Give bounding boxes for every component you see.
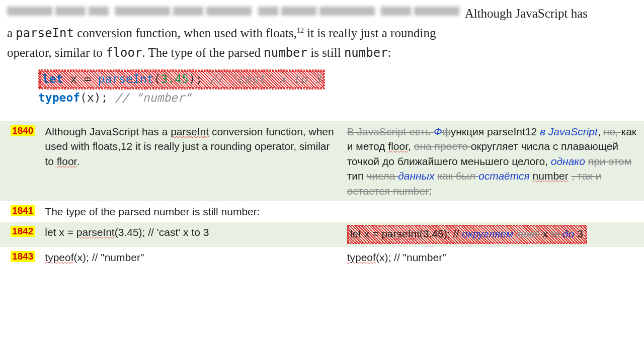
segment-id: 1843 — [11, 251, 35, 262]
spellcheck-word: floor — [57, 155, 77, 167]
prose-text: a — [7, 26, 16, 40]
spellcheck-word: floor — [388, 140, 408, 152]
deleted-text: при этом — [588, 155, 631, 167]
inserted-text: однако — [551, 155, 585, 167]
table-row[interactable]: 1840 Although JavaScript has a parseInt … — [0, 121, 644, 201]
translation-table: 1840 Although JavaScript has a parseInt … — [0, 121, 644, 268]
prose-text: is still — [307, 46, 344, 59]
deleted-text: как был — [437, 170, 478, 182]
source-cell[interactable]: The type of the parsed number is still n… — [40, 201, 342, 222]
inserted-text: остаётся — [478, 170, 530, 182]
target-cell[interactable]: let x = parseInt(3.45); // округляем 'ca… — [342, 222, 644, 246]
inline-code: number — [344, 46, 388, 60]
inline-code: number — [264, 46, 307, 60]
table-row[interactable]: 1841 The type of the parsed number is st… — [0, 201, 644, 222]
inserted-text: до — [562, 228, 574, 239]
redacted-line — [7, 4, 462, 16]
inserted-text: Ф — [434, 126, 442, 137]
prose-text: Although JavaScript has — [465, 7, 588, 20]
deleted-text: числа — [366, 170, 398, 182]
prose-text: . The type of the parsed — [142, 46, 264, 59]
code-block: let x = parseInt(3.45); // 'cast' x to 3… — [38, 69, 637, 106]
segment-id: 1842 — [11, 226, 35, 237]
target-cell[interactable]: typeof(x); // "number" — [342, 247, 644, 268]
source-cell[interactable]: typeof(x); // "number" — [40, 247, 342, 268]
target-cell[interactable] — [342, 201, 644, 222]
table-row[interactable]: 1842 let x = parseInt(3.45); // 'cast' x… — [0, 222, 644, 246]
spellcheck-word: parseInt — [76, 226, 115, 238]
prose-text: : — [388, 46, 391, 59]
segment-id: 1840 — [11, 125, 35, 136]
segment-id-cell: 1840 — [0, 121, 40, 201]
code-line: typeof(x); // "number" — [38, 90, 637, 106]
segment-id-cell: 1841 — [0, 201, 40, 222]
source-preview: Although JavaScript has a parseInt conve… — [0, 0, 644, 112]
prose-text: operator, similar to — [7, 46, 106, 59]
source-cell[interactable]: let x = parseInt(3.45); // 'cast' x to 3 — [40, 222, 342, 246]
prose-paragraph: Although JavaScript has a parseInt conve… — [7, 4, 637, 62]
source-cell[interactable]: Although JavaScript has a parseInt conve… — [40, 121, 342, 201]
spellcheck-word: parseInt — [381, 228, 420, 239]
highlighted-selection: let x = parseInt(3.45); // округляем 'ca… — [347, 225, 587, 243]
spellcheck-word: parseInt — [171, 126, 209, 137]
prose-text: it is really just a rounding — [304, 26, 436, 40]
inserted-text: данных — [398, 170, 434, 182]
inserted-text: округляем — [462, 228, 513, 239]
target-cell[interactable]: В JavaScript есть Ффункция parseInt12 в … — [342, 121, 644, 201]
deleted-text: to — [551, 228, 562, 239]
inline-code: parseInt — [16, 26, 74, 40]
spellcheck-word: typeof — [347, 251, 376, 263]
inserted-text: в JavaScript — [540, 126, 598, 137]
spellcheck-word: number — [533, 170, 569, 182]
table-row[interactable]: 1843 typeof(x); // "number" typeof(x); /… — [0, 247, 644, 268]
highlighted-selection: let x = parseInt(3.45); // 'cast' x to 3 — [38, 69, 325, 89]
segment-id-cell: 1843 — [0, 247, 40, 268]
segment-id-cell: 1842 — [0, 222, 40, 246]
code-line: let x = parseInt(3.45); // 'cast' x to 3 — [38, 69, 637, 89]
deleted-text: В JavaScript есть — [347, 126, 434, 137]
inline-code: floor — [106, 46, 142, 60]
footnote-ref: 12 — [297, 26, 304, 34]
segment-id: 1841 — [11, 205, 35, 216]
deleted-text: 'cast' — [516, 228, 542, 239]
deleted-text: она просто — [414, 140, 471, 152]
prose-text: conversion function, when used with floa… — [74, 26, 297, 40]
deleted-text: ф — [442, 126, 451, 137]
spellcheck-word: typeof — [45, 251, 73, 263]
deleted-text: но, — [604, 126, 621, 137]
